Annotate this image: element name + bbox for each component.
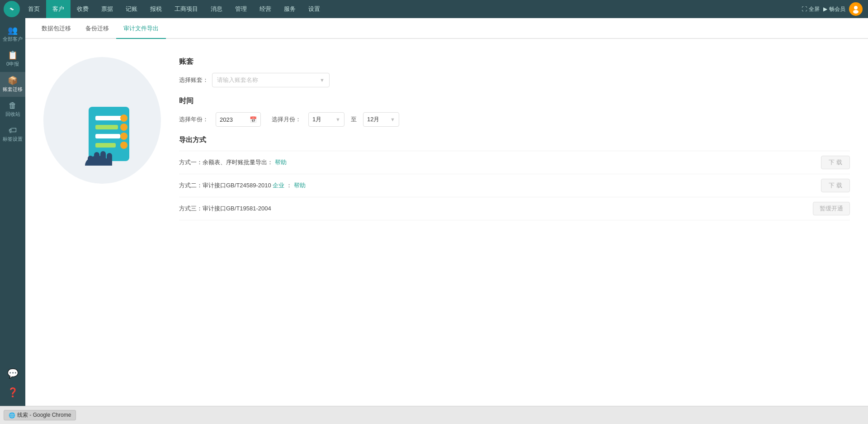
svg-point-11 bbox=[120, 133, 127, 140]
sidebar-item-label: 标签设置 bbox=[3, 136, 23, 142]
export-method-2: 方式二：审计接口GB/T24589-2010 企业 ： 帮助 下 载 bbox=[179, 174, 850, 197]
account-select[interactable]: 请输入账套名称 ▼ bbox=[212, 73, 330, 87]
zero-report-icon: 📋 bbox=[8, 51, 18, 59]
svg-rect-6 bbox=[95, 125, 118, 129]
svg-point-1 bbox=[11, 8, 13, 10]
main-layout: 👥 全部客户 📋 0申报 📦 账套迁移 🗑 回收站 🏷 标签设置 💬 ❓ 数据包… bbox=[0, 18, 868, 406]
fullscreen-icon: ⛶ bbox=[802, 6, 807, 12]
taskbar-label: 线索 - Google Chrome bbox=[17, 411, 71, 419]
method-2-download-button[interactable]: 下 载 bbox=[821, 179, 850, 192]
sidebar-chat-icon[interactable]: 💬 bbox=[5, 365, 21, 381]
account-placeholder: 请输入账套名称 bbox=[217, 76, 258, 84]
export-method-1: 方式一：余额表、序时账批量导出： 帮助 下 载 bbox=[179, 151, 850, 174]
export-section-title: 导出方式 bbox=[179, 136, 850, 144]
illustration bbox=[43, 57, 161, 184]
nav-manage[interactable]: 管理 bbox=[229, 0, 253, 18]
sidebar-bottom: 💬 ❓ bbox=[5, 365, 21, 406]
nav-items: 首页 客户 收费 票据 记账 报税 工商项目 消息 管理 经营 服务 设置 bbox=[22, 0, 802, 18]
svg-rect-5 bbox=[95, 116, 123, 120]
sidebar-item-all-clients[interactable]: 👥 全部客户 bbox=[0, 22, 25, 47]
nav-settings[interactable]: 设置 bbox=[302, 0, 326, 18]
method-2-text: 方式二：审计接口GB/T24589-2010 企业 ： 帮助 bbox=[179, 181, 306, 190]
method-1-help[interactable]: 帮助 bbox=[275, 159, 287, 166]
nav-fee[interactable]: 收费 bbox=[71, 0, 95, 18]
svg-point-2 bbox=[854, 6, 858, 10]
method-1-text: 方式一：余额表、序时账批量导出： 帮助 bbox=[179, 158, 287, 167]
method-3-text: 方式三：审计接口GB/T19581-2004 bbox=[179, 205, 271, 213]
account-label: 选择账套： bbox=[179, 76, 208, 84]
svg-rect-17 bbox=[107, 153, 112, 166]
nav-home[interactable]: 首页 bbox=[22, 0, 46, 18]
tab-backup-migrate[interactable]: 备份迁移 bbox=[78, 19, 116, 39]
all-clients-icon: 👥 bbox=[8, 26, 18, 34]
avatar[interactable] bbox=[849, 2, 863, 16]
chevron-down-icon: ▼ bbox=[335, 117, 340, 122]
tab-audit-export[interactable]: 审计文件导出 bbox=[116, 19, 166, 39]
logo[interactable] bbox=[4, 1, 20, 17]
sidebar-item-label: 回收站 bbox=[5, 111, 20, 117]
nav-ops[interactable]: 经营 bbox=[253, 0, 278, 18]
year-label: 选择年份： bbox=[179, 115, 208, 124]
sidebar-item-label: 全部客户 bbox=[3, 36, 23, 42]
month-end-select[interactable]: 12月 ▼ bbox=[363, 112, 399, 127]
export-container: 账套 选择账套： 请输入账套名称 ▼ 时间 选择年份： 2023 bbox=[43, 52, 850, 220]
chevron-down-icon: ▼ bbox=[320, 77, 325, 83]
svg-point-3 bbox=[853, 10, 859, 14]
month-start-value: 1月 bbox=[312, 115, 321, 124]
method-3-open-button[interactable]: 暂缓开通 bbox=[813, 202, 850, 215]
year-value: 2023 bbox=[220, 116, 233, 123]
svg-point-9 bbox=[120, 114, 127, 122]
nav-biz[interactable]: 工商项目 bbox=[168, 0, 204, 18]
taskbar-chrome-item[interactable]: 🌐 线索 - Google Chrome bbox=[4, 410, 76, 420]
member-icon: ▶ bbox=[823, 6, 827, 12]
nav-msg[interactable]: 消息 bbox=[204, 0, 229, 18]
member-button[interactable]: ▶ 畅会员 bbox=[823, 5, 845, 13]
to-label: 至 bbox=[351, 115, 357, 124]
nav-tax[interactable]: 报税 bbox=[144, 0, 168, 18]
content-area: 数据包迁移 备份迁移 审计文件导出 bbox=[25, 18, 868, 406]
calendar-icon: 📅 bbox=[250, 116, 257, 123]
svg-rect-14 bbox=[88, 156, 93, 166]
page-body: 账套 选择账套： 请输入账套名称 ▼ 时间 选择年份： 2023 bbox=[25, 39, 868, 406]
year-input[interactable]: 2023 📅 bbox=[216, 112, 261, 127]
account-section-title: 账套 bbox=[179, 57, 850, 67]
taskbar: 🌐 线索 - Google Chrome bbox=[0, 406, 868, 424]
form-side: 账套 选择账套： 请输入账套名称 ▼ 时间 选择年份： 2023 bbox=[179, 52, 850, 220]
method-2-company[interactable]: 企业 bbox=[273, 182, 284, 189]
month-label: 选择月份： bbox=[272, 115, 301, 124]
sidebar-help-icon[interactable]: ❓ bbox=[5, 384, 21, 400]
svg-rect-15 bbox=[94, 152, 99, 166]
svg-point-12 bbox=[120, 142, 127, 149]
account-field-row: 选择账套： 请输入账套名称 ▼ bbox=[179, 73, 850, 87]
sidebar-item-label: 账套迁移 bbox=[3, 86, 23, 92]
recycle-icon: 🗑 bbox=[9, 101, 17, 110]
chrome-icon: 🌐 bbox=[9, 412, 15, 419]
chevron-down-icon: ▼ bbox=[390, 117, 395, 122]
month-start-select[interactable]: 1月 ▼ bbox=[308, 112, 344, 127]
month-end-value: 12月 bbox=[367, 115, 379, 124]
sidebar-item-account-migrate[interactable]: 📦 账套迁移 bbox=[0, 72, 25, 97]
nav-right: ⛶ 全屏 ▶ 畅会员 bbox=[802, 2, 868, 16]
time-field-row: 选择年份： 2023 📅 选择月份： 1月 ▼ 至 12月 bbox=[179, 112, 850, 127]
account-migrate-icon: 📦 bbox=[8, 76, 18, 85]
nav-client[interactable]: 客户 bbox=[46, 0, 71, 18]
method-1-download-button[interactable]: 下 载 bbox=[821, 156, 850, 169]
tab-data-migrate[interactable]: 数据包迁移 bbox=[34, 19, 78, 39]
top-nav: 首页 客户 收费 票据 记账 报税 工商项目 消息 管理 经营 服务 设置 ⛶ … bbox=[0, 0, 868, 18]
sidebar-item-zero-report[interactable]: 📋 0申报 bbox=[0, 47, 25, 71]
nav-invoice[interactable]: 票据 bbox=[95, 0, 119, 18]
method-2-help[interactable]: 帮助 bbox=[294, 182, 306, 189]
sidebar: 👥 全部客户 📋 0申报 📦 账套迁移 🗑 回收站 🏷 标签设置 💬 ❓ bbox=[0, 18, 25, 406]
fullscreen-button[interactable]: ⛶ 全屏 bbox=[802, 5, 820, 13]
svg-rect-7 bbox=[95, 134, 120, 138]
tag-settings-icon: 🏷 bbox=[9, 126, 17, 134]
sidebar-item-label: 0申报 bbox=[6, 61, 19, 67]
sidebar-item-tag-settings[interactable]: 🏷 标签设置 bbox=[0, 122, 25, 147]
time-section-title: 时间 bbox=[179, 96, 850, 106]
nav-account[interactable]: 记账 bbox=[119, 0, 144, 18]
nav-service[interactable]: 服务 bbox=[278, 0, 302, 18]
tabs-bar: 数据包迁移 备份迁移 审计文件导出 bbox=[25, 18, 868, 39]
sidebar-item-recycle[interactable]: 🗑 回收站 bbox=[0, 97, 25, 122]
svg-rect-8 bbox=[95, 143, 116, 148]
export-method-3: 方式三：审计接口GB/T19581-2004 暂缓开通 bbox=[179, 197, 850, 220]
